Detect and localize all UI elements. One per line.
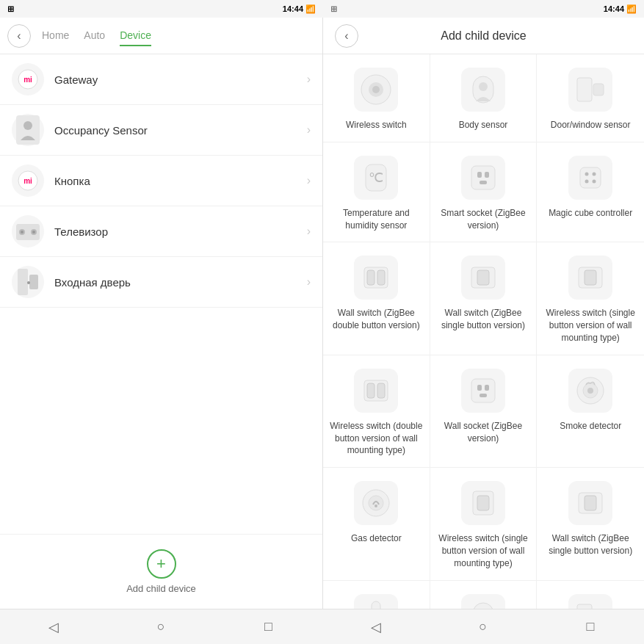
svg-point-51: [375, 504, 377, 507]
knopka-icon: mi: [18, 170, 38, 191]
right-back-nav-button[interactable]: ◁: [361, 612, 391, 642]
device-icon-televizor: [12, 215, 44, 247]
wireless-wall-s2-label: Wireless switch (single button version o…: [436, 532, 531, 569]
svg-rect-23: [471, 166, 495, 189]
device-name-occupancy: Occupancy Sensor: [54, 124, 307, 137]
svg-point-10: [32, 231, 35, 234]
wall-socket-zb-label: Wall socket (ZigBee version): [436, 420, 531, 445]
svg-point-18: [479, 82, 488, 91]
door2-grid-icon: [568, 594, 612, 609]
svg-rect-24: [477, 172, 482, 178]
tab-auto[interactable]: Auto: [84, 26, 105, 46]
svg-rect-27: [580, 167, 601, 188]
svg-rect-43: [477, 385, 482, 391]
status-icons-left: ⊞: [7, 4, 14, 14]
left-square-nav-button[interactable]: □: [253, 612, 283, 642]
occupancy-sensor-icon: [15, 114, 41, 146]
chevron-icon-occupancy: ›: [307, 123, 311, 137]
tall-device-grid-icon: [354, 594, 398, 609]
temp-humidity-label: Temperature and humidity sensor: [329, 207, 424, 232]
svg-point-29: [593, 172, 596, 176]
left-back-button[interactable]: ‹: [7, 24, 31, 48]
right-home-nav-button[interactable]: ○: [468, 612, 498, 642]
svg-rect-40: [367, 383, 375, 398]
device-name-gateway: Gateway: [54, 73, 307, 86]
grid-cell-body-sensor[interactable]: Body sensor: [430, 54, 538, 142]
svg-rect-19: [577, 78, 592, 101]
svg-rect-41: [377, 383, 385, 398]
smart-socket-label: Smart socket (ZigBee version): [436, 207, 531, 232]
gas-detector-grid-icon: [354, 481, 398, 525]
door-sensor-label: Door/window sensor: [551, 119, 631, 131]
device-item-televizor[interactable]: Телевизор ›: [0, 206, 322, 257]
add-child-device-button[interactable]: + Add child device: [0, 534, 322, 609]
grid-cell-wall-socket-zb[interactable]: Wall socket (ZigBee version): [430, 355, 538, 468]
svg-rect-42: [471, 379, 495, 402]
svg-rect-44: [485, 385, 489, 391]
device-item-vhodnaya[interactable]: Входная дверь ›: [0, 257, 322, 308]
body-sensor-grid-icon: [461, 68, 505, 112]
grid-cell-person2[interactable]: [430, 581, 538, 609]
tab-device[interactable]: Device: [120, 26, 151, 46]
grid-cell-magic-cube[interactable]: Magic cube controller: [537, 142, 644, 243]
svg-rect-55: [585, 496, 596, 510]
left-back-icon: ‹: [17, 29, 21, 43]
svg-rect-11: [18, 269, 28, 295]
grid-cell-wireless-wall-s2[interactable]: Wireless switch (single button version o…: [430, 468, 538, 580]
svg-point-30: [585, 179, 589, 183]
chevron-icon-vhodnaya: ›: [307, 275, 311, 289]
svg-rect-53: [477, 496, 489, 510]
right-panel-title: Add child device: [370, 29, 597, 43]
grid-cell-wireless-wall[interactable]: Wireless switch (single button version o…: [537, 242, 644, 355]
grid-cell-temp-humidity[interactable]: ℃ Temperature and humidity sensor: [323, 142, 430, 243]
status-time-right: 14:44: [604, 4, 624, 13]
device-list: mi Gateway › Occupancy Sensor ›: [0, 54, 322, 534]
smart-socket-grid-icon: [461, 156, 505, 200]
svg-text:℃: ℃: [369, 170, 383, 185]
left-home-nav-button[interactable]: ○: [146, 612, 176, 642]
grid-cell-wall-switch-double[interactable]: Wall switch (ZigBee double button versio…: [323, 242, 430, 355]
gateway-icon: mi: [18, 69, 38, 90]
device-item-occupancy[interactable]: Occupancy Sensor ›: [0, 105, 322, 156]
add-plus-icon: +: [147, 549, 176, 579]
device-item-gateway[interactable]: mi Gateway ›: [0, 54, 322, 105]
device-name-knopka: Кнопка: [54, 175, 307, 187]
svg-point-3: [23, 121, 32, 130]
svg-point-50: [369, 496, 383, 510]
left-bottom-nav: ◁ ○ □: [0, 609, 322, 644]
right-back-icon: ‹: [344, 29, 348, 43]
svg-rect-25: [485, 172, 489, 178]
svg-rect-34: [377, 270, 385, 285]
grid-cell-wall-switch-s2[interactable]: Wall switch (ZigBee single button versio…: [537, 468, 644, 580]
tab-home[interactable]: Home: [42, 26, 69, 46]
wall-switch-s2-grid-icon: [568, 481, 612, 525]
svg-rect-56: [372, 601, 380, 609]
gas-detector-label: Gas detector: [351, 532, 402, 545]
svg-rect-12: [29, 275, 38, 289]
chevron-icon-televizor: ›: [307, 225, 311, 238]
grid-cell-door2[interactable]: [537, 581, 644, 609]
device-item-knopka[interactable]: mi Кнопка ›: [0, 156, 322, 206]
grid-cell-wireless-double-wall[interactable]: Wireless switch (double button version o…: [323, 355, 430, 468]
grid-cell-tall[interactable]: [323, 581, 430, 609]
right-back-button[interactable]: ‹: [335, 24, 358, 48]
right-square-nav-button[interactable]: □: [576, 612, 605, 642]
grid-cell-wireless-switch[interactable]: Wireless switch: [323, 54, 430, 142]
device-grid-container: Wireless switch Body sensor Door/window …: [323, 54, 644, 609]
wireless-wall-grid-icon: [568, 256, 612, 300]
grid-cell-door-sensor[interactable]: Door/window sensor: [537, 54, 644, 142]
grid-cell-smart-socket[interactable]: Smart socket (ZigBee version): [430, 142, 538, 243]
grid-cell-smoke-detector[interactable]: Smoke detector: [537, 355, 644, 468]
svg-rect-38: [585, 270, 596, 285]
televizor-icon: [15, 218, 41, 245]
wireless-double-wall-label: Wireless switch (double button version o…: [329, 420, 424, 457]
svg-point-28: [585, 172, 589, 176]
svg-point-16: [372, 86, 380, 93]
add-device-label: Add child device: [126, 583, 196, 594]
left-back-nav-button[interactable]: ◁: [39, 612, 68, 642]
wireless-wall-label: Wireless switch (single button version o…: [543, 307, 638, 344]
grid-cell-gas-detector[interactable]: Gas detector: [323, 468, 430, 580]
grid-cell-wall-switch-single[interactable]: Wall switch (ZigBee single button versio…: [430, 242, 538, 355]
svg-rect-45: [480, 394, 487, 397]
signal-icon-left: 📶: [305, 4, 316, 14]
